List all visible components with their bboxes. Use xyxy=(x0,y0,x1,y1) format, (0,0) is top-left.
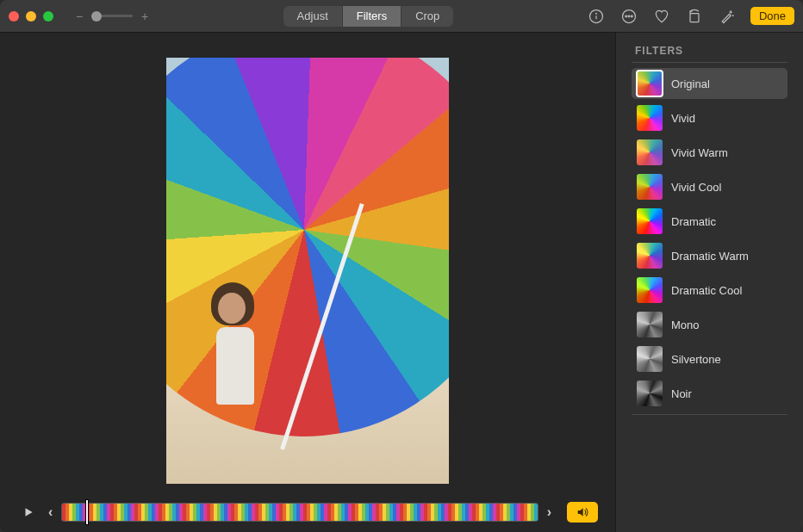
filter-label: Mono xyxy=(671,319,700,331)
filter-item-silvertone[interactable]: Silvertone xyxy=(632,343,787,374)
filter-thumb-original xyxy=(637,71,663,96)
photo-person xyxy=(201,260,278,432)
done-button[interactable]: Done xyxy=(750,7,794,25)
filter-item-dwarm[interactable]: Dramatic Warm xyxy=(632,240,787,271)
zoom-thumb[interactable] xyxy=(91,11,102,22)
trim-start-handle[interactable]: ‹ xyxy=(47,504,54,520)
playhead[interactable] xyxy=(86,500,88,524)
filter-item-vivid[interactable]: Vivid xyxy=(632,102,787,133)
zoom-in-icon: + xyxy=(140,9,150,23)
filter-item-original[interactable]: Original xyxy=(632,68,787,99)
filter-thumb-vivid xyxy=(637,105,663,131)
auto-enhance-icon[interactable] xyxy=(718,7,737,26)
filter-item-noir[interactable]: Noir xyxy=(632,378,787,409)
filter-label: Dramatic xyxy=(671,215,716,228)
svg-point-2 xyxy=(596,13,597,14)
zoom-slider[interactable]: − + xyxy=(74,9,150,23)
sidebar-title: FILTERS xyxy=(632,45,787,57)
filter-thumb-dwarm xyxy=(637,243,663,269)
svg-point-4 xyxy=(626,15,627,17)
filter-thumb-dramatic xyxy=(637,208,663,234)
filter-thumb-silvertone xyxy=(637,346,663,372)
filter-label: Vivid Warm xyxy=(671,146,728,159)
svg-rect-7 xyxy=(690,13,699,22)
filter-thumb-warm xyxy=(637,139,663,165)
filter-label: Vivid Cool xyxy=(671,181,721,194)
zoom-track[interactable] xyxy=(91,15,133,17)
filter-label: Silvertone xyxy=(671,353,721,366)
filter-label: Original xyxy=(671,77,710,90)
filters-sidebar: FILTERS OriginalVividVivid WarmVivid Coo… xyxy=(615,33,803,532)
edit-mode-tabs: Adjust Filters Crop xyxy=(283,6,454,27)
minimize-window-button[interactable] xyxy=(26,11,36,22)
svg-point-5 xyxy=(628,15,630,17)
trim-end-handle[interactable]: › xyxy=(545,504,553,520)
filter-label: Dramatic Warm xyxy=(671,250,749,263)
photo-preview[interactable] xyxy=(166,58,449,484)
rotate-icon[interactable] xyxy=(685,7,704,26)
main-area: ‹ › FILTERS OriginalVividVivid WarmVivid… xyxy=(0,33,803,532)
filter-label: Noir xyxy=(671,387,692,400)
info-icon[interactable] xyxy=(587,7,606,26)
more-icon[interactable] xyxy=(619,7,638,26)
close-window-button[interactable] xyxy=(9,11,19,22)
zoom-out-icon: − xyxy=(74,9,84,23)
filter-thumb-dcool xyxy=(637,277,663,303)
favorite-heart-icon[interactable] xyxy=(652,7,671,26)
filter-thumb-noir xyxy=(637,380,663,406)
filter-item-cool[interactable]: Vivid Cool xyxy=(632,171,787,202)
svg-point-6 xyxy=(631,15,632,17)
window-controls xyxy=(9,11,53,22)
video-timeline[interactable] xyxy=(61,503,538,522)
titlebar: − + Adjust Filters Crop Done xyxy=(0,0,803,33)
tab-filters[interactable]: Filters xyxy=(343,6,402,27)
filters-list: OriginalVividVivid WarmVivid CoolDramati… xyxy=(632,68,787,409)
sidebar-divider xyxy=(632,62,787,63)
fullscreen-window-button[interactable] xyxy=(43,11,53,22)
photo-viewport xyxy=(0,33,615,501)
filter-item-dcool[interactable]: Dramatic Cool xyxy=(632,275,787,306)
filter-label: Dramatic Cool xyxy=(671,284,742,297)
tab-crop[interactable]: Crop xyxy=(402,6,453,27)
filter-item-warm[interactable]: Vivid Warm xyxy=(632,137,787,168)
canvas-area: ‹ › xyxy=(0,33,615,532)
filter-thumb-cool xyxy=(637,174,663,200)
filter-item-dramatic[interactable]: Dramatic xyxy=(632,206,787,237)
audio-toggle-button[interactable] xyxy=(567,502,598,523)
filter-thumb-mono xyxy=(637,312,663,337)
play-button[interactable] xyxy=(17,503,40,522)
tab-adjust[interactable]: Adjust xyxy=(283,6,343,27)
toolbar-actions xyxy=(587,7,737,26)
filter-item-mono[interactable]: Mono xyxy=(632,309,787,340)
sidebar-divider-bottom xyxy=(632,414,787,415)
filter-label: Vivid xyxy=(671,112,695,125)
video-controls: ‹ › xyxy=(0,501,615,532)
